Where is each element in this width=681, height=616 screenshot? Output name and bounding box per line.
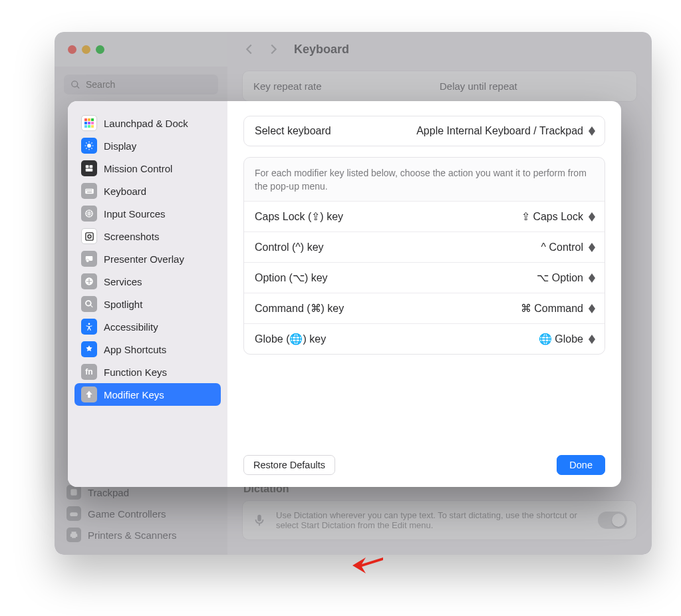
sidebar-item-label: App Shortcuts xyxy=(104,344,166,355)
svg-rect-30 xyxy=(85,232,92,239)
modifier-row[interactable]: Option (⌥) key⌥ Option xyxy=(244,262,605,293)
select-keyboard-value: Apple Internal Keyboard / Trackpad xyxy=(416,125,583,137)
svg-rect-1 xyxy=(84,118,87,121)
modifier-row-value: 🌐 Globe xyxy=(539,333,583,345)
modifier-row-label: Option (⌥) key xyxy=(255,271,328,284)
restore-defaults-label: Restore Defaults xyxy=(253,460,325,470)
svg-point-34 xyxy=(88,323,90,325)
svg-rect-5 xyxy=(88,122,90,124)
modifier-keys-card: For each modifier key listed below, choo… xyxy=(243,157,605,355)
modifier-keys-sheet: Launchpad & DockDisplayMission ControlKe… xyxy=(68,101,621,487)
svg-rect-8 xyxy=(88,125,90,128)
modifier-row-label: Caps Lock (⇪) key xyxy=(255,210,343,223)
svg-rect-6 xyxy=(91,122,94,124)
launchpad-dock-icon xyxy=(81,115,97,131)
svg-line-18 xyxy=(92,142,92,143)
presenter-overlay-icon xyxy=(81,251,97,267)
sidebar-item-mission-control[interactable]: Mission Control xyxy=(74,157,221,180)
sidebar-item-label: Services xyxy=(104,276,142,287)
sidebar-item-label: Mission Control xyxy=(104,163,172,174)
restore-defaults-button[interactable]: Restore Defaults xyxy=(243,455,335,475)
keyboard-icon xyxy=(81,183,97,199)
svg-rect-2 xyxy=(88,118,90,121)
svg-rect-25 xyxy=(88,190,89,190)
svg-rect-3 xyxy=(91,118,94,121)
accessibility-icon xyxy=(81,319,97,335)
modifier-row-label: Globe (🌐) key xyxy=(255,333,326,345)
modifier-row-label: Control (^) key xyxy=(255,241,324,253)
sidebar-item-label: Display xyxy=(104,140,136,152)
svg-rect-19 xyxy=(86,165,89,168)
sidebar-item-input-sources[interactable]: Input Sources xyxy=(74,202,221,225)
svg-point-31 xyxy=(88,235,91,238)
popup-arrows-icon xyxy=(589,304,597,313)
sidebar-item-services[interactable]: Services xyxy=(74,270,221,293)
sidebar-item-label: Keyboard xyxy=(104,186,146,197)
modifier-row[interactable]: Command (⌘) key⌘ Command xyxy=(244,293,605,323)
svg-rect-28 xyxy=(86,192,92,192)
modifier-row-value: ⌘ Command xyxy=(521,302,583,315)
sidebar-item-keyboard[interactable]: Keyboard xyxy=(74,180,221,202)
sidebar-item-screenshots[interactable]: Screenshots xyxy=(74,225,221,247)
spotlight-icon xyxy=(81,296,97,312)
sidebar-item-label: Launchpad & Dock xyxy=(104,118,188,129)
sidebar-item-label: Function Keys xyxy=(104,367,167,378)
svg-rect-7 xyxy=(84,125,87,128)
display-icon xyxy=(81,138,97,154)
svg-rect-4 xyxy=(84,122,87,124)
svg-rect-21 xyxy=(86,169,93,172)
select-keyboard-row[interactable]: Select keyboard Apple Internal Keyboard … xyxy=(243,116,605,146)
sheet-footer: Restore Defaults Done xyxy=(243,444,605,475)
modifier-row[interactable]: Globe (🌐) key🌐 Globe xyxy=(244,323,605,354)
svg-rect-26 xyxy=(90,190,90,190)
modifier-help-text: For each modifier key listed below, choo… xyxy=(244,158,605,201)
sheet-main: Select keyboard Apple Internal Keyboard … xyxy=(227,101,621,487)
popup-arrows-icon xyxy=(589,212,597,222)
svg-line-17 xyxy=(86,148,86,149)
popup-arrows-icon xyxy=(589,126,597,136)
svg-point-10 xyxy=(87,144,91,148)
modifier-row-value: ⇪ Caps Lock xyxy=(521,210,583,223)
sidebar-item-presenter-overlay[interactable]: Presenter Overlay xyxy=(74,247,221,270)
sidebar-item-spotlight[interactable]: Spotlight xyxy=(74,293,221,315)
modifier-row-label: Command (⌘) key xyxy=(255,302,344,315)
sidebar-item-app-shortcuts[interactable]: App Shortcuts xyxy=(74,338,221,361)
sidebar-item-function-keys[interactable]: fnFunction Keys xyxy=(74,361,221,383)
annotation-arrow-icon xyxy=(352,553,383,576)
done-label: Done xyxy=(569,460,593,470)
svg-rect-9 xyxy=(91,125,94,128)
mission-control-icon xyxy=(81,160,97,176)
sidebar-item-label: Screenshots xyxy=(104,231,159,242)
modifier-keys-icon xyxy=(81,386,97,402)
sidebar-item-display[interactable]: Display xyxy=(74,134,221,157)
services-icon xyxy=(81,273,97,289)
popup-arrows-icon xyxy=(589,273,597,283)
svg-rect-24 xyxy=(87,190,88,190)
svg-point-33 xyxy=(86,259,89,263)
modifier-row[interactable]: Control (^) key^ Control xyxy=(244,231,605,262)
screenshots-icon xyxy=(81,228,97,244)
svg-line-15 xyxy=(86,142,86,143)
sidebar-item-modifier-keys[interactable]: Modifier Keys xyxy=(74,383,221,406)
svg-line-16 xyxy=(92,148,92,149)
sidebar-item-label: Modifier Keys xyxy=(104,389,164,400)
sidebar-item-label: Presenter Overlay xyxy=(104,253,184,265)
app-shortcuts-icon xyxy=(81,341,97,357)
svg-rect-27 xyxy=(91,190,92,190)
popup-arrows-icon xyxy=(589,243,597,252)
select-keyboard-label: Select keyboard xyxy=(255,125,331,137)
sidebar-item-label: Input Sources xyxy=(104,208,166,220)
modifier-row[interactable]: Caps Lock (⇪) key⇪ Caps Lock xyxy=(244,201,605,231)
function-keys-icon: fn xyxy=(81,364,97,380)
svg-rect-22 xyxy=(85,188,94,194)
svg-rect-23 xyxy=(86,190,86,190)
sidebar-item-label: Spotlight xyxy=(104,299,142,310)
sheet-sidebar: Launchpad & DockDisplayMission ControlKe… xyxy=(68,101,227,487)
popup-arrows-icon xyxy=(589,335,597,344)
sidebar-item-launchpad-dock[interactable]: Launchpad & Dock xyxy=(74,112,221,134)
svg-rect-20 xyxy=(90,165,93,168)
done-button[interactable]: Done xyxy=(557,455,605,475)
modifier-row-value: ^ Control xyxy=(541,241,583,253)
sidebar-item-accessibility[interactable]: Accessibility xyxy=(74,315,221,338)
sidebar-item-label: Accessibility xyxy=(104,321,158,333)
